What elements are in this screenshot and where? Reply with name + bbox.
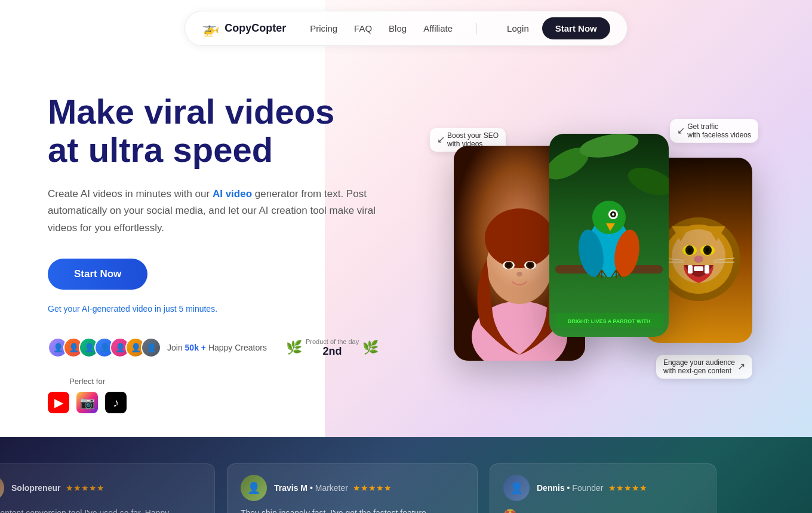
nav-affiliate[interactable]: Affiliate [423,23,453,33]
product-day-label: Product of the day [306,338,359,345]
logo-link[interactable]: 🚁 CopyCopter [202,20,286,37]
svg-point-36 [694,256,703,263]
testimonial-avatar: 👤 [503,475,530,501]
tiktok-icon[interactable]: ♪ [105,392,127,413]
caption-engage: Engage your audience with next-gen conte… [656,355,752,379]
testimonials-section: 👤 Solopreneur ★★★★★ best content convers… [0,437,812,513]
perfect-for: Perfect for ▶ 📷 ♪ [48,377,127,413]
navbar: 🚁 CopyCopter Pricing FAQ Blog Affiliate … [0,0,812,57]
testimonial-name: Dennis • Founder [537,483,604,493]
hero-right: ↙ Boost your SEO with videos ↙ Get traff… [406,110,764,397]
avatar-7: 👤 [141,337,161,358]
caption-traffic: ↙ Get traffic with faceless videos [670,119,758,143]
start-now-button-nav[interactable]: Start Now [542,17,610,39]
social-icons: ▶ 📷 ♪ [48,392,127,413]
testimonial-avatar: 👤 [0,475,4,501]
svg-point-35 [706,248,709,253]
testimonial-text: 🤩 [503,507,703,513]
product-of-day: 🌿 Product of the day 2nd 🌿 [286,338,379,358]
nav-links: Pricing FAQ Blog Affiliate [310,23,453,33]
logo-icon: 🚁 [202,20,220,37]
nav-pricing[interactable]: Pricing [310,23,337,33]
hero-highlight: AI video [213,188,252,199]
svg-point-32 [688,248,691,253]
start-now-button-hero[interactable]: Start Now [48,259,147,290]
svg-rect-38 [705,265,709,274]
phone-image-2: BRIGHT: LIVES A PARROT WITH [549,134,669,337]
svg-point-10 [528,263,533,268]
svg-point-4 [485,208,554,268]
hero-left: Make viral videos at ultra speed Create … [48,93,382,413]
nav-blog[interactable]: Blog [389,23,407,33]
nav-faq[interactable]: FAQ [354,23,372,33]
perfect-for-label: Perfect for [69,377,105,386]
nav-divider [476,23,477,35]
phone-mockup-2: BRIGHT: LIVES A PARROT WITH [549,134,669,337]
testimonial-name: Travis M • Marketer [274,483,348,493]
testimonial-text: They ship insanely fast. I've got the fa… [241,507,464,513]
arrow-seo-icon: ↙ [437,134,445,145]
svg-point-23 [612,213,614,216]
login-button[interactable]: Login [501,20,535,37]
testimonial-item: 👤 Solopreneur ★★★★★ best content convers… [0,463,215,513]
testimonial-stars: ★★★★★ [608,483,647,493]
svg-text:BRIGHT: LIVES A PARROT WITH: BRIGHT: LIVES A PARROT WITH [568,318,651,324]
svg-point-11 [516,272,522,277]
svg-rect-37 [688,265,693,274]
avatars-group: 👤 👤 👤 👤 👤 👤 👤 [48,337,161,358]
svg-rect-39 [694,266,703,271]
join-text: Join 50k + Happy Creators [167,343,267,352]
hero-description: Create AI videos in minutes with our AI … [48,186,382,238]
testimonial-text: best content conversion tool I've used s… [0,507,201,513]
testimonial-item: 👤 Dennis • Founder ★★★★★ 🤩 [490,463,716,513]
arrow-traffic-icon: ↙ [677,125,685,136]
hero-section: Make viral videos at ultra speed Create … [0,57,812,437]
svg-point-18 [592,201,626,234]
social-proof: 👤 👤 👤 👤 👤 👤 👤 Join 50k + Happy Creators … [48,337,382,413]
nav-container: 🚁 CopyCopter Pricing FAQ Blog Affiliate … [184,11,628,46]
testimonial-stars: ★★★★★ [66,483,104,493]
testimonial-item: 👤 Travis M • Marketer ★★★★★ They ship in… [227,463,478,513]
laurel-left-icon: 🌿 [286,340,302,355]
instagram-icon[interactable]: 📷 [76,392,98,413]
logo-text: CopyCopter [224,22,286,35]
nav-auth: Login Start Now [501,17,610,39]
arrow-engage-icon: ↗ [737,361,745,372]
hero-title: Make viral videos at ultra speed [48,93,382,169]
testimonials-row-1: 👤 Solopreneur ★★★★★ best content convers… [0,459,812,513]
svg-point-7 [506,263,511,268]
laurel-right-icon: 🌿 [362,340,379,355]
testimonial-name: Solopreneur [11,483,60,493]
testimonial-avatar: 👤 [241,475,267,501]
youtube-icon[interactable]: ▶ [48,392,69,413]
hero-sub-link[interactable]: Get your AI-generated video in just 5 mi… [48,304,382,314]
product-day-rank: 2nd [306,345,359,358]
testimonial-stars: ★★★★★ [353,483,392,493]
